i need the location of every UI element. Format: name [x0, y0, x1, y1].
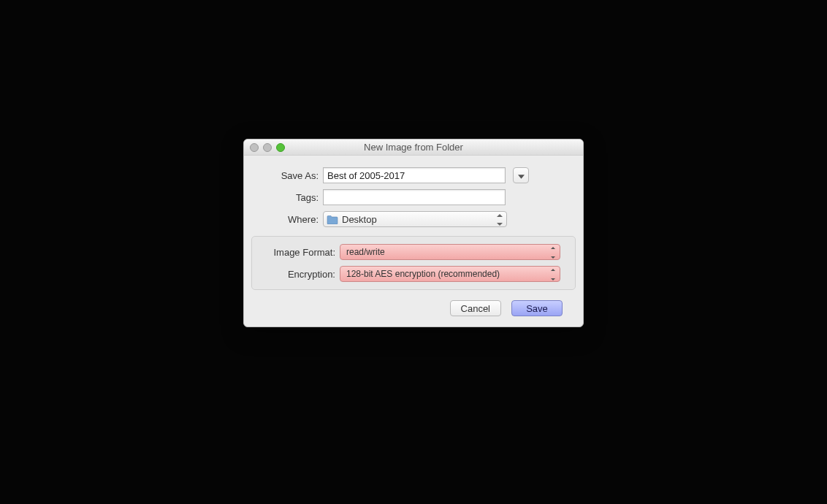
- updown-icon: [549, 247, 557, 259]
- dialog-body: Save As: Tags: Where:: [244, 156, 583, 327]
- zoom-window-button[interactable]: [276, 143, 285, 152]
- save-as-input[interactable]: [323, 167, 506, 183]
- window-title: New Image from Folder: [244, 142, 583, 153]
- tags-row: Tags:: [250, 189, 577, 205]
- cancel-button[interactable]: Cancel: [450, 300, 501, 316]
- encryption-popup-wrap: 128-bit AES encryption (recommended): [340, 266, 560, 282]
- image-format-popup-wrap: read/write: [340, 244, 560, 260]
- encryption-label: Encryption:: [261, 269, 340, 280]
- where-value: Desktop: [342, 214, 377, 225]
- save-as-row: Save As:: [250, 167, 577, 183]
- encryption-row: Encryption: 128-bit AES encryption (reco…: [261, 266, 566, 282]
- save-button[interactable]: Save: [511, 300, 563, 316]
- options-group: Image Format: read/write Encryption: 1: [251, 236, 576, 290]
- image-format-label: Image Format:: [261, 247, 340, 258]
- image-format-row: Image Format: read/write: [261, 244, 566, 260]
- dialog-footer: Cancel Save: [250, 290, 577, 316]
- tags-input[interactable]: [323, 189, 506, 205]
- save-as-label: Save As:: [250, 170, 323, 181]
- where-popup-wrap: Desktop: [323, 211, 507, 227]
- updown-icon: [549, 269, 557, 280]
- minimize-window-button[interactable]: [263, 143, 272, 152]
- traffic-lights: [244, 143, 285, 152]
- dialog-window: New Image from Folder Save As: Tags: Whe…: [243, 139, 584, 327]
- image-format-popup[interactable]: read/write: [340, 244, 560, 260]
- encryption-value: 128-bit AES encryption (recommended): [346, 269, 500, 279]
- updown-icon: [496, 214, 503, 226]
- tags-label: Tags:: [250, 192, 323, 203]
- folder-icon: [327, 215, 338, 224]
- expand-save-panel-button[interactable]: [513, 167, 529, 183]
- where-row: Where: Desktop: [250, 211, 577, 227]
- where-popup[interactable]: Desktop: [323, 211, 507, 227]
- save-as-input-wrap: [323, 167, 506, 183]
- where-label: Where:: [250, 214, 323, 225]
- encryption-popup[interactable]: 128-bit AES encryption (recommended): [340, 266, 560, 282]
- image-format-value: read/write: [346, 247, 385, 257]
- chevron-down-icon: [518, 170, 525, 181]
- titlebar[interactable]: New Image from Folder: [244, 140, 583, 156]
- close-window-button[interactable]: [250, 143, 259, 152]
- tags-input-wrap: [323, 189, 506, 205]
